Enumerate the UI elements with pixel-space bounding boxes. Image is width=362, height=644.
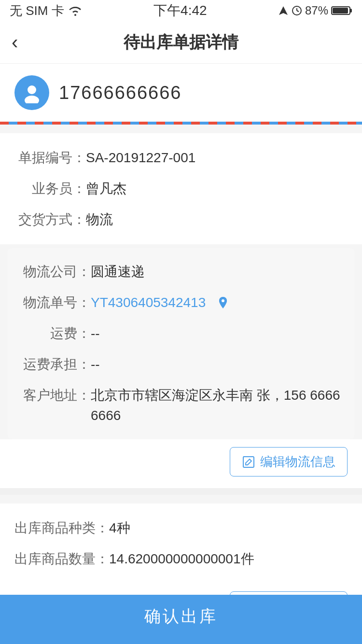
clock-icon: [292, 5, 302, 16]
delivery-method-row: 交货方式： 物流: [14, 210, 348, 230]
address-value: 北京市市辖区海淀区永丰南 张，156 6666 6666: [91, 385, 343, 426]
user-row: 17666666666: [0, 64, 362, 122]
nav-bar: ‹ 待出库单据详情: [0, 21, 362, 64]
svg-point-7: [28, 85, 36, 94]
tracking-number-label: 物流单号：: [19, 293, 91, 313]
delivery-method-label: 交货方式：: [14, 210, 86, 230]
confirm-outbound-button[interactable]: 确认出库: [0, 605, 362, 628]
status-right: 87%: [278, 4, 352, 17]
svg-rect-5: [350, 9, 352, 13]
logistics-company-label: 物流公司：: [19, 262, 91, 282]
svg-point-8: [25, 96, 39, 103]
tracking-number-text: YT43064053424​13: [91, 293, 206, 313]
product-quantity-label: 出库商品数量：: [14, 549, 109, 569]
status-time: 下午4:42: [153, 1, 207, 20]
avatar: [14, 75, 49, 110]
user-phone: 17666666666: [59, 83, 181, 103]
product-types-row: 出库商品种类： 4种: [14, 518, 348, 538]
document-number-row: 单据编号： SA-20191227-001: [14, 148, 348, 168]
freight-bearer-value: --: [91, 354, 343, 375]
freight-label: 运费：: [19, 323, 91, 344]
sales-person-value: 曾凡杰: [86, 179, 348, 199]
product-types-value: 4种: [109, 518, 348, 538]
tracking-number-value: YT43064053424​13: [91, 293, 343, 313]
page-title: 待出库单据详情: [124, 31, 238, 54]
edit-logistics-label: 编辑物流信息: [260, 453, 335, 470]
sales-person-row: 业务员： 曾凡杰: [14, 179, 348, 199]
logistics-info-section: 物流公司： 圆通速递 物流单号： YT43064053424​13 运费： --…: [8, 248, 354, 439]
wifi-icon: [68, 5, 83, 16]
location-pin-icon[interactable]: [213, 293, 233, 312]
carrier-label: 无 SIM 卡: [10, 2, 64, 19]
sales-person-label: 业务员：: [14, 179, 86, 199]
svg-point-10: [222, 299, 224, 302]
edit-logistics-row: 编辑物流信息: [0, 439, 362, 488]
logistics-company-row: 物流公司： 圆通速递: [19, 262, 343, 282]
freight-row: 运费： --: [19, 323, 343, 344]
product-quantity-value: 14.620000000000001件: [109, 549, 348, 569]
address-row: 客户地址： 北京市市辖区海淀区永丰南 张，156 6666 6666: [19, 385, 343, 426]
outbound-info-section: 出库商品种类： 4种 出库商品数量： 14.620000000000001件: [0, 504, 362, 584]
basic-info-section: 单据编号： SA-20191227-001 业务员： 曾凡杰 交货方式： 物流: [0, 133, 362, 244]
status-bar: 无 SIM 卡 下午4:42 87%: [0, 0, 362, 21]
logistics-company-value: 圆通速递: [91, 262, 343, 282]
svg-marker-0: [279, 6, 288, 15]
back-button[interactable]: ‹: [12, 31, 18, 53]
svg-rect-6: [333, 8, 348, 14]
edit-icon: [242, 455, 255, 469]
battery-icon: [331, 5, 352, 16]
location-arrow-icon: [278, 5, 289, 16]
tracking-number-row: 物流单号： YT43064053424​13: [19, 293, 343, 313]
svg-rect-11: [243, 457, 254, 467]
freight-bearer-label: 运费承担：: [19, 354, 91, 375]
address-label: 客户地址：: [19, 385, 91, 406]
freight-value: --: [91, 323, 343, 344]
document-number-value: SA-20191227-001: [86, 148, 348, 168]
user-avatar-icon: [21, 82, 42, 103]
product-types-label: 出库商品种类：: [14, 518, 109, 538]
delivery-method-value: 物流: [86, 210, 348, 230]
svg-line-3: [297, 11, 299, 12]
dashed-divider: [0, 122, 362, 125]
confirm-button-wrap: 确认出库: [0, 595, 362, 644]
document-number-label: 单据编号：: [14, 148, 86, 168]
section-separator: [0, 488, 362, 495]
battery-label: 87%: [305, 4, 328, 17]
edit-logistics-button[interactable]: 编辑物流信息: [230, 447, 348, 476]
product-quantity-row: 出库商品数量： 14.620000000000001件: [14, 549, 348, 569]
status-left: 无 SIM 卡: [10, 2, 83, 19]
freight-bearer-row: 运费承担： --: [19, 354, 343, 375]
